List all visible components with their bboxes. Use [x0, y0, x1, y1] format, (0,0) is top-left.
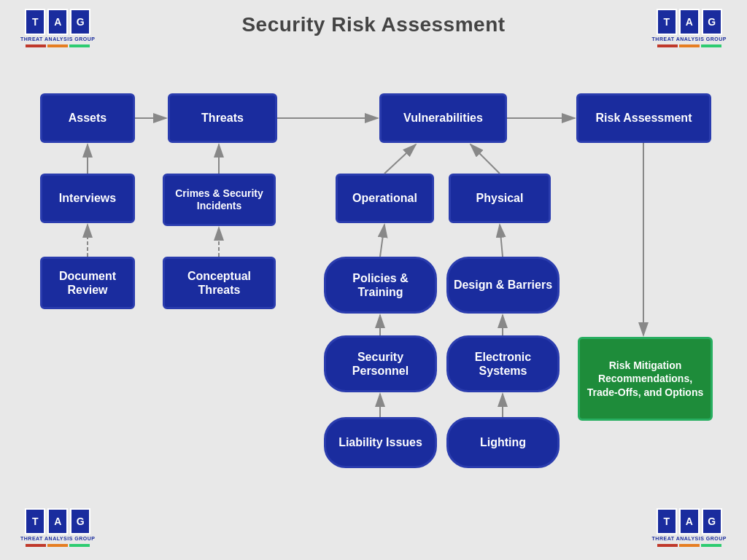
- conceptual-threats-box: Conceptual Threats: [163, 257, 276, 309]
- vulnerabilities-box: Vulnerabilities: [379, 93, 507, 143]
- tag-label3: THREAT ANALYSIS GROUP: [20, 536, 95, 541]
- svg-line-10: [380, 225, 384, 257]
- policies-training-box: Policies & Training: [324, 257, 437, 314]
- tag-g4: G: [702, 508, 722, 534]
- tag-t: T: [25, 9, 45, 35]
- logo-bottom-right: T A G THREAT ANALYSIS GROUP: [652, 508, 727, 547]
- page-title: Security Risk Assessment: [0, 0, 747, 36]
- svg-line-11: [500, 225, 503, 257]
- logo-bottom-left: T A G THREAT ANALYSIS GROUP: [20, 508, 95, 547]
- tag-label: THREAT ANALYSIS GROUP: [20, 36, 95, 42]
- tag-underline3: [26, 544, 90, 547]
- page: Security Risk Assessment T A G THREAT AN…: [0, 0, 747, 560]
- tag-underline: [26, 44, 90, 47]
- tag-label2: THREAT ANALYSIS GROUP: [652, 36, 727, 42]
- risk-mitigation-box: Risk Mitigation Recommendations, Trade-O…: [578, 337, 713, 421]
- document-review-box: Document Review: [40, 257, 135, 309]
- tag-label4: THREAT ANALYSIS GROUP: [652, 536, 727, 541]
- logo-top-left: T A G THREAT ANALYSIS GROUP: [20, 9, 95, 47]
- svg-line-9: [471, 144, 500, 174]
- assets-box: Assets: [40, 93, 135, 143]
- tag-t4: T: [657, 508, 677, 534]
- tag-g3: G: [70, 508, 90, 534]
- physical-box: Physical: [449, 174, 551, 223]
- liability-issues-box: Liability Issues: [324, 417, 437, 468]
- svg-line-8: [384, 144, 416, 174]
- operational-box: Operational: [336, 174, 434, 223]
- tag-underline2: [657, 44, 721, 47]
- interviews-box: Interviews: [40, 174, 135, 223]
- logo-top-right: T A G THREAT ANALYSIS GROUP: [652, 9, 727, 47]
- tag-t3: T: [25, 508, 45, 534]
- tag-g: G: [70, 9, 90, 35]
- risk-assessment-box: Risk Assessment: [576, 93, 711, 143]
- tag-a4: A: [679, 508, 700, 534]
- lighting-box: Lighting: [446, 417, 560, 468]
- tag-g2: G: [702, 9, 722, 35]
- tag-t2: T: [657, 9, 677, 35]
- security-personnel-box: Security Personnel: [324, 335, 437, 392]
- tag-a3: A: [47, 508, 68, 534]
- threats-box: Threats: [168, 93, 277, 143]
- crimes-box: Crimes & Security Incidents: [163, 174, 276, 226]
- design-barriers-box: Design & Barriers: [446, 257, 560, 314]
- tag-a: A: [47, 9, 68, 35]
- tag-underline4: [657, 544, 721, 547]
- tag-a2: A: [679, 9, 700, 35]
- electronic-systems-box: Electronic Systems: [446, 335, 560, 392]
